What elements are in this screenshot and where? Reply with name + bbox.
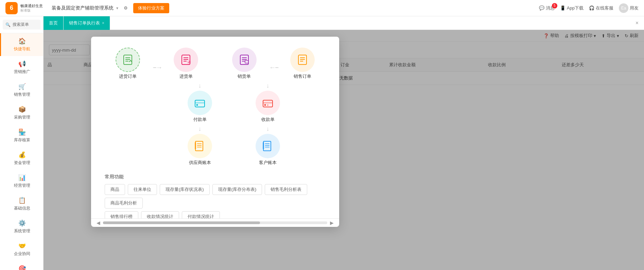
svg-point-21 — [196, 104, 198, 106]
flow-node-sales-bill[interactable]: 销货单 — [221, 48, 267, 79]
app-download-btn[interactable]: 📱 App下载 — [560, 5, 584, 11]
func-btn-stock-status[interactable]: 现存量(库存状况表) — [160, 184, 210, 195]
sidebar-item-marketing[interactable]: 📢 营销推广 — [0, 56, 43, 79]
sidebar: 🔍 搜索菜单 🏠 快捷导航 📢 营销推广 🛒 销售管理 📦 采购管理 — [0, 16, 43, 270]
flow-node-customer-ledger[interactable]: 客户账本 — [241, 134, 295, 166]
tab-home[interactable]: 首页 — [43, 16, 64, 30]
flow-node-purchase-bill[interactable]: ✓ 进货单 — [163, 48, 209, 79]
func-btn-payment-stat[interactable]: 付款情况统计 — [182, 211, 220, 218]
arrow-down-4-icon: ↓ — [241, 82, 295, 89]
tab-close-icon[interactable]: × — [102, 21, 104, 25]
target-icon: 🎯 — [18, 265, 26, 270]
sidebar-item-basic-info[interactable]: 📋 基础信息 — [0, 193, 43, 215]
svg-rect-26 — [195, 141, 203, 151]
sales-bill-icon — [232, 48, 257, 72]
purchase-bill-label: 进货单 — [179, 73, 193, 79]
phone-icon: 📱 — [560, 5, 565, 11]
customer-ledger-label: 客户账本 — [259, 160, 277, 166]
message-btn[interactable]: 💬 消息 5 — [539, 5, 555, 11]
handshake-icon: 🤝 — [18, 242, 26, 250]
search-menu-button[interactable]: 🔍 搜索菜单 — [3, 20, 40, 30]
cart-icon: 🛒 — [18, 83, 26, 90]
flow-node-sales-order[interactable]: 销售订单 — [279, 48, 326, 79]
tab-sales-order-exec[interactable]: 销售订单执行表 × — [64, 16, 110, 30]
app-container: 6 畅康通好生意 标准版 装备及固定资产辅助管理系统 ▾ ⚙ 体验行业方案 💬 … — [0, 0, 644, 270]
sidebar-item-newbie[interactable]: 🎯 新手引导 — [0, 261, 43, 270]
arrow-down-receipt-icon: ↓ — [241, 125, 295, 132]
flow-arrows-down: ↓ ↓ — [105, 82, 326, 89]
common-functions: 常用功能 商品 往来单位 现存量(库存状况表) 现存量(库存分布表) 销售毛利分… — [105, 174, 326, 218]
trial-button[interactable]: 体验行业方案 — [133, 3, 169, 13]
clipboard-icon: 📋 — [18, 197, 26, 204]
supplier-ledger-icon — [188, 134, 212, 158]
flow-node-payment[interactable]: 付款单 — [173, 91, 227, 123]
common-functions-title: 常用功能 — [105, 174, 326, 180]
func-btn-receipt-stat[interactable]: 收款情况统计 — [141, 211, 179, 218]
flow-node-receipt[interactable]: ¥ 收款单 — [241, 91, 295, 123]
message-icon: 💬 — [539, 5, 544, 11]
function-buttons-row-2: 销售排行榜 收款情况统计 付款情况统计 — [105, 211, 326, 218]
func-btn-goods[interactable]: 商品 — [105, 184, 125, 195]
func-btn-goods-gross[interactable]: 商品毛利分析 — [105, 198, 143, 209]
func-btn-stock-dist[interactable]: 现存量(库存分布表) — [212, 184, 262, 195]
settings-icon[interactable]: ⚙ — [121, 3, 130, 13]
top-right-area: 💬 消息 5 📱 App下载 🎧 在线客服 Ea 用友 — [539, 3, 639, 13]
dropdown-arrow-icon[interactable]: ▾ — [116, 6, 118, 11]
modal-overlay[interactable]: 进货订单 - - → ✓ — [43, 30, 644, 270]
arrow-down-2-icon: ↓ — [173, 82, 227, 89]
supplier-ledger-label: 供应商账本 — [189, 160, 211, 166]
flow-node-purchase-order[interactable]: 进货订单 — [105, 48, 151, 79]
func-btn-counterpart[interactable]: 往来单位 — [128, 184, 157, 195]
sales-bill-label: 销货单 — [238, 73, 251, 79]
system-title-area: 装备及固定资产辅助管理系统 ▾ ⚙ 体验行业方案 — [52, 3, 169, 13]
message-badge: 5 — [552, 3, 557, 8]
svg-rect-23 — [263, 102, 273, 104]
scroll-right-icon[interactable]: ▶ — [330, 220, 334, 226]
payment-icon — [188, 91, 212, 115]
flow-row-3: 供应商账本 客户账本 — [105, 134, 326, 166]
purchase-order-label: 进货订单 — [119, 73, 137, 79]
arrow-down-payment-icon: ↓ — [173, 125, 227, 132]
receipt-label: 收款单 — [261, 116, 275, 123]
gear-icon: ⚙️ — [18, 219, 26, 227]
search-icon: 🔍 — [5, 22, 11, 27]
scroll-area: ◀ ▶ — [91, 218, 339, 227]
func-btn-sales-rank[interactable]: 销售排行榜 — [105, 211, 138, 218]
store-icon: 🏪 — [18, 128, 26, 136]
svg-rect-20 — [195, 102, 205, 104]
svg-rect-27 — [195, 142, 196, 149]
spacer-down-1 — [105, 82, 159, 89]
sidebar-item-quick-nav[interactable]: 🏠 快捷导航 — [0, 33, 43, 56]
flow-node-supplier-ledger[interactable]: 供应商账本 — [173, 134, 227, 166]
logo-icon: 6 — [5, 2, 18, 14]
purchase-order-icon — [116, 48, 140, 72]
func-btn-sales-gross[interactable]: 销售毛利分析表 — [265, 184, 307, 195]
sidebar-item-enterprise[interactable]: 🤝 企业协同 — [0, 238, 43, 261]
sidebar-item-finance[interactable]: 💰 资金管理 — [0, 147, 43, 170]
user-menu-btn[interactable]: Ea 用友 — [619, 3, 639, 13]
money-icon: 💰 — [18, 151, 26, 159]
sidebar-item-operations[interactable]: 📊 经营管理 — [0, 170, 43, 193]
scroll-left-icon[interactable]: ◀ — [97, 220, 100, 226]
home-icon: 🏠 — [18, 37, 26, 45]
chart-icon: 📊 — [18, 174, 26, 181]
purchase-bill-icon: ✓ — [174, 48, 198, 72]
svg-rect-14 — [245, 60, 248, 63]
content-area: 首页 销售订单执行表 × × ❓ 帮助 — [43, 16, 644, 270]
customer-ledger-icon — [256, 134, 280, 158]
top-bar: 6 畅康通好生意 标准版 装备及固定资产辅助管理系统 ▾ ⚙ 体验行业方案 💬 … — [0, 0, 644, 16]
scroll-thumb[interactable] — [103, 221, 260, 224]
flow-row-1: 进货订单 - - → ✓ — [105, 48, 326, 79]
sidebar-item-purchase[interactable]: 📦 采购管理 — [0, 102, 43, 124]
box-icon: 📦 — [18, 106, 26, 113]
sales-order-icon — [290, 48, 315, 72]
scroll-track[interactable] — [103, 221, 327, 224]
receipt-icon: ¥ — [256, 91, 280, 115]
sidebar-item-sales[interactable]: 🛒 销售管理 — [0, 79, 43, 102]
close-window-icon[interactable]: × — [636, 20, 639, 26]
online-service-btn[interactable]: 🎧 在线客服 — [589, 5, 613, 11]
sidebar-item-inventory[interactable]: 🏪 库存核算 — [0, 124, 43, 147]
sidebar-item-sys-mgmt[interactable]: ⚙️ 系统管理 — [0, 215, 43, 238]
flow-row-2: 付款单 ¥ 收款单 — [105, 91, 326, 123]
avatar: Ea — [619, 3, 628, 13]
